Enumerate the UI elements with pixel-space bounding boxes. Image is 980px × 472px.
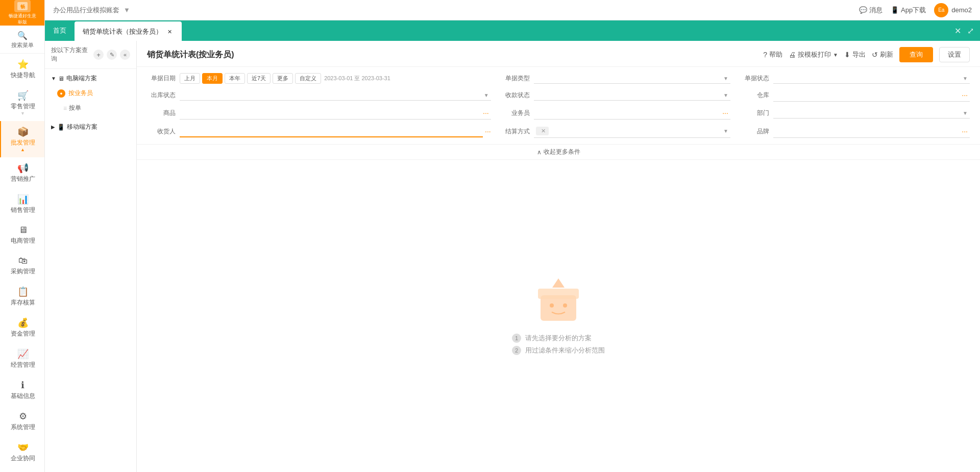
app-download-btn[interactable]: 📱 App下载 (891, 6, 926, 15)
sidebar-item-quick-nav[interactable]: ⭐ 快捷导航 (0, 54, 44, 85)
app-download-label: App下载 (901, 6, 926, 15)
sidebar-item-new-guide[interactable]: 🎯 新手引导 (0, 468, 44, 472)
workspace-arrow: ▼ (124, 6, 130, 14)
filter-consignee-field: 收货人 ··· (147, 125, 491, 137)
filter-department-field: 部门 ▼ (741, 108, 970, 119)
workspace-title: 办公用品行业模拟账套 (53, 6, 119, 15)
sidebar-item-basic-info[interactable]: ℹ 基础信息 (0, 374, 44, 406)
inventory-label: 库存核算 (11, 298, 35, 307)
basic-info-label: 基础信息 (11, 392, 35, 400)
last-month-btn[interactable]: 上月 (180, 73, 200, 84)
pay-status-dropdown[interactable]: ▼ (534, 90, 730, 101)
mobile-scheme-group[interactable]: ▶ 📱 移动端方案 (45, 120, 136, 134)
empty-tips: 1 请先选择要分析的方案 2 用过滤条件来缩小分析范围 (512, 334, 605, 355)
settlement-arrow: ▼ (723, 128, 728, 134)
tab-close-btn[interactable]: ✕ (165, 28, 174, 36)
message-label: 消息 (869, 6, 883, 15)
goods-dropdown[interactable]: ··· (180, 107, 491, 120)
date-label: 单据日期 (147, 74, 180, 83)
sidebar-item-operations[interactable]: 📈 经营管理 (0, 343, 44, 374)
left-panel-header: 按以下方案查询 + ✎ « (45, 41, 136, 69)
sidebar-item-sales[interactable]: 📊 销售管理 (0, 188, 44, 220)
refresh-icon: ↺ (872, 51, 878, 59)
enterprise-label: 企业协同 (11, 454, 35, 463)
tip-text-1: 请先选择要分析的方案 (525, 334, 592, 343)
operations-icon: 📈 (17, 348, 29, 360)
sidebar-item-retail[interactable]: 🛒 零售管理 ▼ (0, 85, 44, 121)
empty-tip-2: 2 用过滤条件来缩小分析范围 (512, 346, 605, 355)
filter-row-1: 单据日期 上月 本月 本年 近7天 更多 自定义 2023-03-01 至 20… (147, 73, 970, 84)
export-btn[interactable]: ⬇ 导出 (844, 50, 866, 59)
this-month-btn[interactable]: 本月 (202, 73, 223, 84)
sidebar-item-enterprise[interactable]: 🤝 企业协同 (0, 437, 44, 468)
doc-type-arrow: ▼ (723, 76, 728, 81)
consignee-dots: ··· (485, 127, 491, 135)
print-btn[interactable]: 🖨 按模板打印 ▼ (789, 50, 838, 59)
svg-rect-3 (538, 289, 579, 299)
out-status-arrow: ▼ (484, 92, 489, 98)
filter-out-status-field: 出库状态 ▼ (147, 90, 491, 101)
refresh-btn[interactable]: ↺ 刷新 (872, 50, 893, 59)
export-icon: ⬇ (844, 51, 850, 59)
settlement-dropdown[interactable]: ✕ ▼ (534, 125, 730, 138)
salesperson-dots: ··· (722, 109, 728, 117)
scheme-item-label-salesperson: 按业务员 (68, 89, 93, 98)
sidebar-item-ecommerce[interactable]: 🖥 电商管理 (0, 220, 44, 250)
tab-home[interactable]: 首页 (45, 20, 75, 41)
sidebar-item-purchase[interactable]: 🛍 采购管理 (0, 250, 44, 281)
tab-sales-report[interactable]: 销货单统计表（按业务员） ✕ (75, 21, 182, 42)
retail-label: 零售管理 (11, 102, 35, 111)
out-status-dropdown[interactable]: ▼ (180, 90, 491, 101)
consignee-input[interactable] (180, 125, 483, 137)
sidebar-item-inventory[interactable]: 📋 库存核算 (0, 281, 44, 312)
logo-sub: 标版 (18, 19, 27, 26)
sidebar-item-system[interactable]: ⚙ 系统管理 (0, 406, 44, 437)
desktop-scheme-group[interactable]: ▼ 🖥 电脑端方案 (45, 71, 136, 86)
add-scheme-btn[interactable]: + (93, 50, 104, 60)
custom-btn[interactable]: 自定义 (295, 73, 321, 84)
desktop-group-icon: 🖥 (58, 75, 64, 82)
this-year-btn[interactable]: 本年 (225, 73, 245, 84)
department-dropdown[interactable]: ▼ (773, 108, 970, 119)
edit-scheme-btn[interactable]: ✎ (107, 50, 117, 60)
wholesale-arrow: ▲ (20, 147, 25, 152)
search-menu-label: 搜索菜单 (11, 41, 34, 49)
scheme-item-by-salesperson[interactable]: ● 按业务员 (45, 86, 136, 101)
wholesale-label: 批发管理 (11, 138, 35, 147)
out-status-label: 出库状态 (147, 91, 180, 100)
left-panel-header-actions: + ✎ « (93, 50, 130, 60)
settlement-tag-close[interactable]: ✕ (541, 128, 546, 134)
message-btn[interactable]: 💬 消息 (859, 6, 883, 15)
user-profile-btn[interactable]: Ea demo2 (934, 3, 972, 17)
filter-doc-type-field: 单据类型 ▼ (501, 74, 730, 84)
more-btn[interactable]: 更多 (273, 73, 293, 84)
doc-status-dropdown[interactable]: ▼ (773, 74, 970, 84)
app-logo[interactable]: 畅 畅捷通好生意 标版 (0, 0, 45, 26)
tab-expand-btn[interactable]: ⤢ (965, 24, 976, 38)
scheme-sub-by-order[interactable]: ≡ 按单 (45, 101, 136, 115)
collapse-panel-btn[interactable]: « (120, 50, 130, 60)
consignee-label: 收货人 (147, 127, 180, 136)
retail-arrow: ▼ (20, 111, 25, 116)
page-title-actions: ? 帮助 🖨 按模板打印 ▼ ⬇ 导出 ↺ 刷新 (763, 47, 970, 62)
brand-dropdown[interactable]: ··· (773, 125, 970, 138)
help-btn[interactable]: ? 帮助 (763, 50, 782, 59)
collapse-bar[interactable]: ∧ 收起更多条件 (137, 145, 980, 160)
sidebar-search-item[interactable]: 🔍 搜索菜单 (0, 26, 44, 54)
tab-close-all-btn[interactable]: ✕ (952, 24, 963, 38)
scheme-active-icon: ● (57, 89, 65, 98)
salesperson-dropdown[interactable]: ··· (534, 107, 730, 120)
doc-type-dropdown[interactable]: ▼ (534, 74, 730, 84)
filter-area: 单据日期 上月 本月 本年 近7天 更多 自定义 2023-03-01 至 20… (137, 67, 980, 145)
warehouse-dropdown[interactable]: ··· (773, 89, 970, 102)
last-7-days-btn[interactable]: 近7天 (247, 73, 271, 84)
query-button[interactable]: 查询 (899, 47, 933, 62)
page-area: 按以下方案查询 + ✎ « ▼ 🖥 电脑端方案 ● 按业务员 ≡ (45, 41, 980, 472)
sidebar-item-wholesale[interactable]: 📦 批发管理 ▲ (0, 121, 44, 157)
enterprise-icon: 🤝 (17, 442, 29, 453)
sidebar-item-finance[interactable]: 💰 资金管理 (0, 312, 44, 343)
settings-button[interactable]: 设置 (939, 47, 970, 62)
sidebar-item-marketing[interactable]: 📢 营销推广 (0, 157, 44, 188)
empty-tip-1: 1 请先选择要分析的方案 (512, 334, 605, 343)
tab-bar: 首页 销货单统计表（按业务员） ✕ ✕ ⤢ (45, 20, 980, 41)
